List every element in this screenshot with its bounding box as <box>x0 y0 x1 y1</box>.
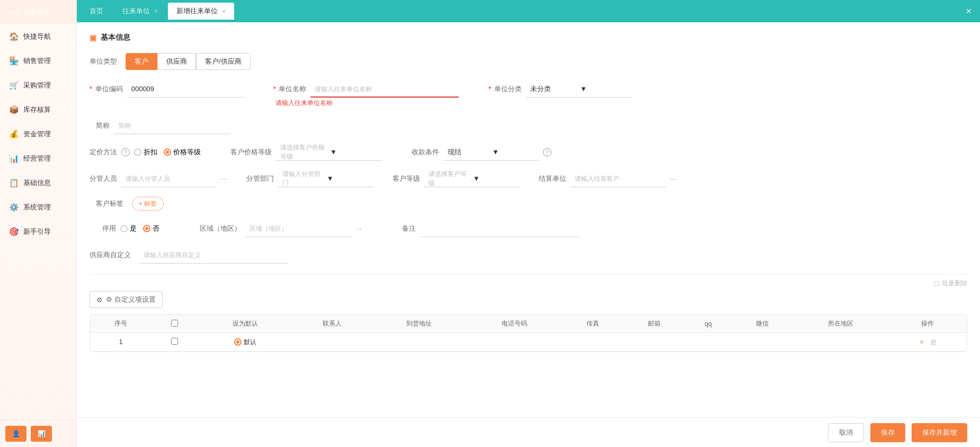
region-input[interactable] <box>245 220 351 237</box>
sidebar-label-inventory: 库存核算 <box>23 105 51 115</box>
sidebar-bottom: 👤 📊 <box>0 420 76 447</box>
save-new-button[interactable]: 保存并新增 <box>912 423 967 442</box>
customer-price-level-label: 客户价格等级 <box>230 147 272 157</box>
search-icon: ≡Q <box>8 7 19 17</box>
customer-level-select[interactable]: 请选择客户等级 ▼ <box>424 170 520 187</box>
tab-new-partner-close[interactable]: × <box>222 8 225 14</box>
td-seq: 1 <box>90 333 152 352</box>
window-close-btn[interactable]: × <box>961 6 976 17</box>
td-checkbox <box>152 333 198 352</box>
pricing-radio-group: 折扣 价格等级 <box>134 147 201 157</box>
radio-yes[interactable]: 是 <box>120 224 137 233</box>
sidebar-item-quick-nav[interactable]: 🏠 快捷导航 <box>0 24 76 49</box>
unit-btn-customer[interactable]: 客户 <box>126 53 157 70</box>
sidebar-bottom-btn-2[interactable]: 📊 <box>31 426 52 442</box>
radio-no[interactable]: 否 <box>143 224 159 233</box>
tab-home[interactable]: 首页 <box>81 3 112 20</box>
unit-code-input[interactable] <box>127 81 244 98</box>
unit-name-label: * 单位名称 <box>273 84 307 94</box>
tab-new-partner[interactable]: 新增往来单位 × <box>168 3 234 20</box>
radio-discount[interactable]: 折扣 <box>134 147 157 157</box>
unit-type-row: 单位类型 客户 供应商 客户/供应商 <box>90 53 967 70</box>
settlement-unit-field: 结算单位 ··· <box>539 170 676 187</box>
sidebar-item-search[interactable]: ≡Q 搜索菜单 <box>0 0 76 24</box>
th-checkbox <box>152 315 198 333</box>
batch-delete-label[interactable]: 批量删除 <box>942 279 967 288</box>
supplier-custom-input[interactable] <box>139 247 288 264</box>
section-basic-info: ▣ 基本信息 <box>90 33 967 42</box>
unit-category-select[interactable]: 未分类 ▼ <box>526 81 632 98</box>
unit-name-input[interactable] <box>310 81 459 98</box>
supplier-custom-label: 供应商自定义 <box>90 250 131 260</box>
row-add-btn[interactable]: ＋ <box>918 337 925 347</box>
tab-partners-close[interactable]: × <box>154 8 157 14</box>
td-wechat <box>732 333 793 352</box>
unit-btn-both[interactable]: 客户/供应商 <box>196 53 251 70</box>
help-icon-pricing[interactable]: ? <box>121 148 130 156</box>
th-email: 邮箱 <box>623 315 685 333</box>
settlement-unit-more-btn[interactable]: ··· <box>670 174 676 183</box>
help-icon-payment[interactable]: ? <box>543 148 551 156</box>
region-field: 区域（地区） ··· <box>200 220 362 237</box>
td-fax <box>562 333 623 352</box>
save-button[interactable]: 保存 <box>870 423 905 442</box>
contacts-table: 序号 设为默认 联系人 到货地址 电话号码 传真 邮箱 qq 微信 所在地区 操… <box>90 314 967 352</box>
tab-new-partner-label: 新增往来单位 <box>176 6 218 16</box>
unit-btn-supplier[interactable]: 供应商 <box>157 53 196 70</box>
customer-level-label: 客户等级 <box>393 174 420 183</box>
manager-field: 分管人员 ··· <box>90 170 227 187</box>
customer-level-field: 客户等级 请选择客户等级 ▼ <box>393 170 520 187</box>
row-default-label: 默认 <box>244 338 256 347</box>
department-select[interactable]: 请输入分管部门 ▼ <box>278 170 373 187</box>
abbreviation-input[interactable] <box>114 117 230 134</box>
manager-input[interactable] <box>121 170 217 187</box>
cancel-button[interactable]: 取消 <box>828 423 864 442</box>
chevron-down-icon-3: ▼ <box>492 148 534 156</box>
add-tag-button[interactable]: + 标签 <box>132 197 164 211</box>
customer-price-level-select[interactable]: 请选择客户价格等级 ▼ <box>276 144 382 161</box>
customer-price-level-placeholder: 请选择客户价格等级 <box>280 143 328 161</box>
sidebar-item-guide[interactable]: 🎯 新手引导 <box>0 220 76 244</box>
lightning-icon: 🏠 <box>8 31 19 42</box>
manager-more-btn[interactable]: ··· <box>221 174 227 183</box>
sidebar-item-finance[interactable]: 💰 资金管理 <box>0 122 76 146</box>
table-row: 1 默认 <box>90 333 967 352</box>
tab-partners[interactable]: 往来单位 × <box>114 3 166 20</box>
th-wechat: 微信 <box>732 315 793 333</box>
select-all-checkbox[interactable] <box>171 320 178 327</box>
sidebar-item-purchase[interactable]: 🛒 采购管理 <box>0 73 76 98</box>
unit-code-field: * 单位编码 <box>90 81 244 98</box>
tab-home-label: 首页 <box>90 6 103 16</box>
sidebar-bottom-btn-1[interactable]: 👤 <box>5 426 26 442</box>
row-del-btn[interactable]: 🗑 <box>930 338 937 346</box>
payment-terms-select[interactable]: 现结 ▼ <box>443 144 539 161</box>
radio-circle-discount <box>134 148 141 156</box>
sidebar-item-basic-info[interactable]: 📋 基础信息 <box>0 171 76 195</box>
radio-price-level[interactable]: 价格等级 <box>164 147 201 157</box>
purchase-icon: 🛒 <box>8 80 19 91</box>
department-placeholder: 请输入分管部门 <box>282 170 325 188</box>
main-area: 首页 往来单位 × 新增往来单位 × × ▣ 基本信息 单位类型 客户 供应商 … <box>77 0 980 447</box>
custom-settings-button[interactable]: ⚙ ⚙ 自定义项设置 <box>90 291 163 308</box>
table-action-btns: ＋ 🗑 <box>894 337 961 347</box>
row-checkbox[interactable] <box>171 338 178 345</box>
customer-tag-label: 客户标签 <box>96 199 123 208</box>
sidebar-item-sales[interactable]: 🏪 销售管理 <box>0 49 76 73</box>
remarks-input[interactable] <box>420 220 579 237</box>
unit-category-field: * 单位分类 未分类 ▼ <box>488 81 632 98</box>
system-icon: ⚙️ <box>8 202 19 213</box>
region-more-btn[interactable]: ··· <box>355 224 362 233</box>
sidebar-label-purchase: 采购管理 <box>23 81 51 90</box>
sidebar-label-sales: 销售管理 <box>23 56 51 66</box>
sidebar-item-inventory[interactable]: 📦 库存核算 <box>0 98 76 122</box>
unit-code-label: * 单位编码 <box>90 84 123 94</box>
customer-price-level-field: 客户价格等级 请选择客户价格等级 ▼ <box>230 144 382 161</box>
th-qq: qq <box>685 315 732 333</box>
customer-tag-row: 客户标签 + 标签 <box>90 197 967 211</box>
radio-label-no: 否 <box>153 224 159 233</box>
settlement-unit-input[interactable] <box>571 170 666 187</box>
row-default-radio[interactable]: 默认 <box>203 338 288 347</box>
sidebar-label-guide: 新手引导 <box>23 227 51 236</box>
sidebar-item-operations[interactable]: 📊 经营管理 <box>0 146 76 171</box>
sidebar-item-system[interactable]: ⚙️ 系统管理 <box>0 195 76 220</box>
